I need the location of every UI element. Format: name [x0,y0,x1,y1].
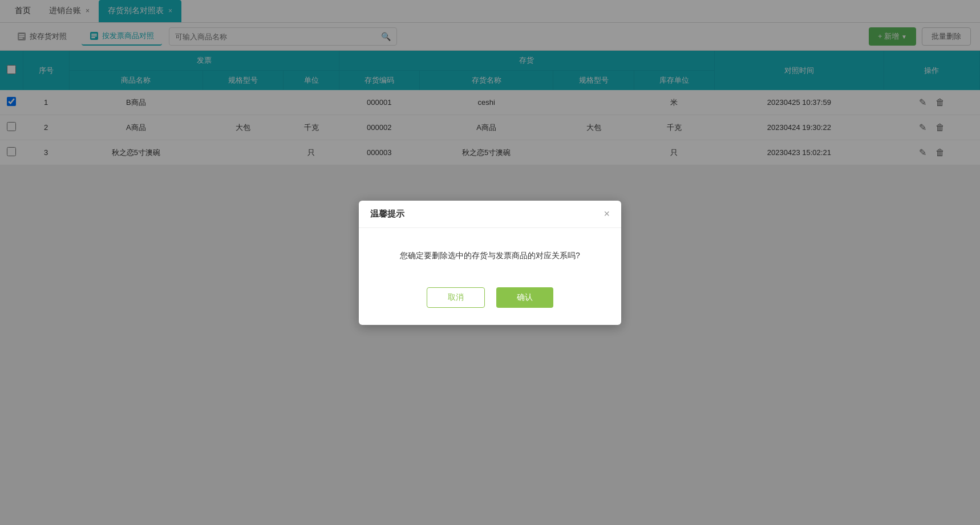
modal-overlay: 温馨提示 × 您确定要删除选中的存货与发票商品的对应关系吗? 取消 确认 [0,0,980,165]
